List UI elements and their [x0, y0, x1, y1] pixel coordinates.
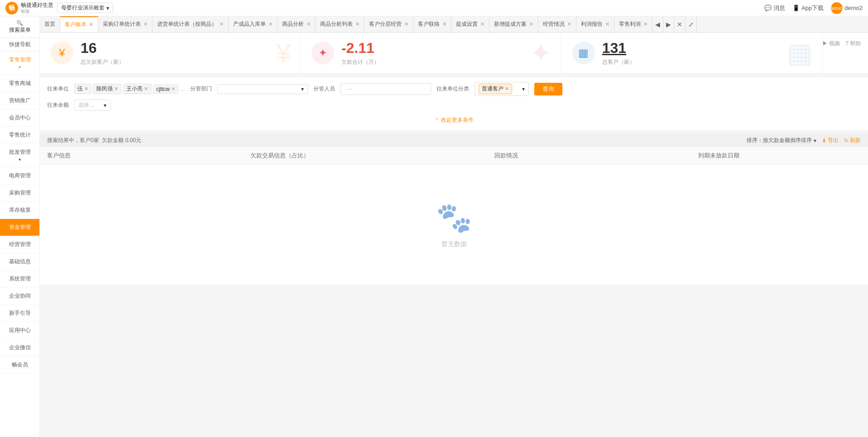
tab-profit-report[interactable]: 利润报告 ✕: [576, 16, 614, 32]
unit-label: 往来单位: [47, 85, 69, 93]
tab-customer-tier[interactable]: 客户分层经营 ✕: [364, 16, 413, 32]
tag-close-3[interactable]: ✕: [171, 86, 175, 92]
dept-select[interactable]: ▾: [217, 84, 308, 94]
tab-close-icon-10[interactable]: ✕: [529, 21, 533, 27]
tab-purchase-stats[interactable]: 采购订单统计表 ✕: [98, 16, 153, 32]
stat-label-debt: 欠款合计（万）: [341, 58, 379, 66]
unit-type-close[interactable]: ✕: [505, 86, 509, 92]
filter-tag-2[interactable]: 王小亮 ✕: [123, 84, 151, 94]
col-header-customer: 客户信息: [47, 152, 250, 160]
preset-select[interactable]: 母婴行业演示账套 ▾: [57, 3, 113, 13]
logo-area: 畅 畅捷通好生意 标版: [5, 2, 53, 14]
results-right: 排序：按欠款金额倒序排序 ▾ ⬇ 导出 ↻ 刷新: [747, 137, 861, 144]
help-link[interactable]: ? 帮助: [845, 40, 861, 48]
sidebar-item-app-center[interactable]: 应用中心: [0, 322, 39, 339]
tab-new-commission[interactable]: 新增提成方案 ✕: [489, 16, 538, 32]
tab-customer-ledger[interactable]: 客户账本 ✕: [60, 16, 98, 32]
tab-product-analysis[interactable]: 商品分析 ✕: [278, 16, 316, 32]
tab-close-icon-7[interactable]: ✕: [404, 21, 408, 27]
sidebar-item-wechat[interactable]: 企业微信: [0, 339, 39, 356]
tab-expand[interactable]: ⤢: [686, 16, 697, 32]
tab-close-icon-6[interactable]: ✕: [355, 21, 360, 27]
filter-more-btn[interactable]: ...: [180, 86, 185, 92]
sidebar-item-retail-mgmt[interactable]: 零售管理 ▾: [0, 52, 39, 75]
sidebar-search[interactable]: 🔍 搜索菜单: [0, 16, 39, 38]
filter-row-2: 往来余额 选择... ▾: [47, 100, 861, 111]
tab-close-icon-9[interactable]: ✕: [480, 21, 484, 27]
tab-scroll-left[interactable]: ◀: [652, 16, 663, 32]
tab-home[interactable]: 首页: [40, 16, 60, 32]
filter-tag-0[interactable]: 伍 ✕: [74, 84, 91, 94]
unit-type-select[interactable]: 普通客户 ✕ ▾: [475, 82, 529, 96]
tab-close-icon-13[interactable]: ✕: [643, 21, 647, 27]
tag-close-0[interactable]: ✕: [84, 86, 88, 92]
video-link[interactable]: ▶ 视频: [822, 40, 840, 48]
stat-num-debt: -2.11: [341, 40, 379, 57]
sidebar-item-wholesale[interactable]: 批发管理 ▾: [0, 144, 39, 167]
tab-operations[interactable]: 经营情况 ✕: [538, 16, 576, 32]
sidebar-item-purchase[interactable]: 采购管理: [0, 185, 39, 202]
export-icon: ⬇: [822, 138, 826, 144]
stats-row: ¥ 16 总欠款客户（家） ¥ ✦ -2.11 欠款合计（万） ✦: [40, 33, 868, 74]
refresh-icon: ↻: [844, 138, 849, 144]
sidebar-item-newbie[interactable]: 新手引导: [0, 305, 39, 322]
logo-text: 畅捷通好生意 标版: [21, 2, 53, 14]
sidebar-quick-nav[interactable]: 快捷导航: [0, 38, 39, 52]
stat-label-total: 总客户（家）: [602, 58, 635, 66]
sidebar-item-member-center[interactable]: 会员中心: [0, 109, 39, 127]
query-button[interactable]: 查询: [534, 83, 562, 95]
stat-num-total: 131: [602, 40, 635, 57]
tab-inbound-stats[interactable]: 进货单统计表（按商品） ✕: [153, 16, 229, 32]
sidebar-search-label: 搜索菜单: [0, 26, 39, 34]
person-select[interactable]: ···: [340, 83, 431, 95]
tab-product-analysis-list[interactable]: 商品分析列表 ✕: [316, 16, 364, 32]
question-icon: ?: [845, 40, 850, 47]
sidebar-item-operations[interactable]: 经营管理: [0, 236, 39, 253]
filter-tag-3[interactable]: cjttcw ✕: [153, 85, 178, 94]
tab-close-all[interactable]: ✕: [674, 16, 686, 32]
sidebar-item-finance[interactable]: 资金管理: [0, 219, 39, 236]
user-menu[interactable]: demo2 demo2: [831, 2, 863, 14]
stat-icon-debt: ✦: [312, 42, 334, 64]
top-bar-right: 💬 消息 📱 App下载 demo2 demo2: [764, 2, 863, 14]
sidebar-item-marketing[interactable]: 营销推广: [0, 92, 39, 109]
sidebar-item-basic-info[interactable]: 基础信息: [0, 253, 39, 271]
search-icon: 🔍: [16, 20, 23, 26]
balance-label: 往来余额: [47, 101, 69, 109]
tab-close-icon-11[interactable]: ✕: [567, 21, 571, 27]
sidebar-item-retail-mall[interactable]: 零售商城: [0, 75, 39, 92]
refresh-btn[interactable]: ↻ 刷新: [844, 137, 861, 144]
sort-select[interactable]: 排序：按欠款金额倒序排序 ▾: [747, 137, 816, 144]
tag-close-2[interactable]: ✕: [144, 86, 148, 92]
collapse-btn[interactable]: ⌃ 收起更多条件: [47, 114, 861, 126]
unit-type-tag[interactable]: 普通客户 ✕: [479, 84, 512, 94]
sidebar-item-ecommerce[interactable]: 电商管理: [0, 167, 39, 185]
tab-close-icon-5[interactable]: ✕: [307, 21, 311, 27]
help-links: ▶ 视频 ? 帮助: [822, 33, 868, 48]
tab-close-icon-4[interactable]: ✕: [269, 21, 273, 27]
sidebar-item-member[interactable]: 畅会员: [0, 356, 39, 374]
tab-close-icon-12[interactable]: ✕: [605, 21, 609, 27]
sidebar: 🔍 搜索菜单 快捷导航 零售管理 ▾ 零售商城 营销推广 会员中心 零售统计 批…: [0, 16, 40, 437]
filter-tag-1[interactable]: 陈民强 ✕: [93, 84, 121, 94]
tab-scroll-right[interactable]: ▶: [663, 16, 674, 32]
tab-retail-profit[interactable]: 零售利润 ✕: [614, 16, 652, 32]
tab-production[interactable]: 产成品入库单 ✕: [229, 16, 278, 32]
tab-close-icon[interactable]: ✕: [89, 22, 93, 28]
app-download-btn[interactable]: 📱 App下载: [792, 4, 824, 12]
tag-close-1[interactable]: ✕: [114, 86, 118, 92]
sidebar-item-retail-stats[interactable]: 零售统计: [0, 127, 39, 144]
sidebar-item-inventory[interactable]: 库存核算: [0, 202, 39, 219]
tab-commission-settings[interactable]: 提成设置 ✕: [451, 16, 489, 32]
top-bar: 畅 畅捷通好生意 标版 母婴行业演示账套 ▾ 💬 消息 📱 App下载 demo…: [0, 0, 868, 16]
tab-customer-contact[interactable]: 客户联络 ✕: [413, 16, 451, 32]
tab-close-icon-8[interactable]: ✕: [442, 21, 446, 27]
chevron-icon-2: ▾: [19, 157, 21, 162]
balance-select[interactable]: 选择... ▾: [74, 100, 110, 111]
export-btn[interactable]: ⬇ 导出: [822, 137, 839, 144]
tab-close-icon-2[interactable]: ✕: [144, 21, 148, 27]
message-btn[interactable]: 💬 消息: [764, 4, 785, 12]
sidebar-item-system[interactable]: 系统管理: [0, 271, 39, 288]
sidebar-item-collab[interactable]: 企业协同: [0, 288, 39, 305]
tab-close-icon-3[interactable]: ✕: [220, 21, 224, 27]
